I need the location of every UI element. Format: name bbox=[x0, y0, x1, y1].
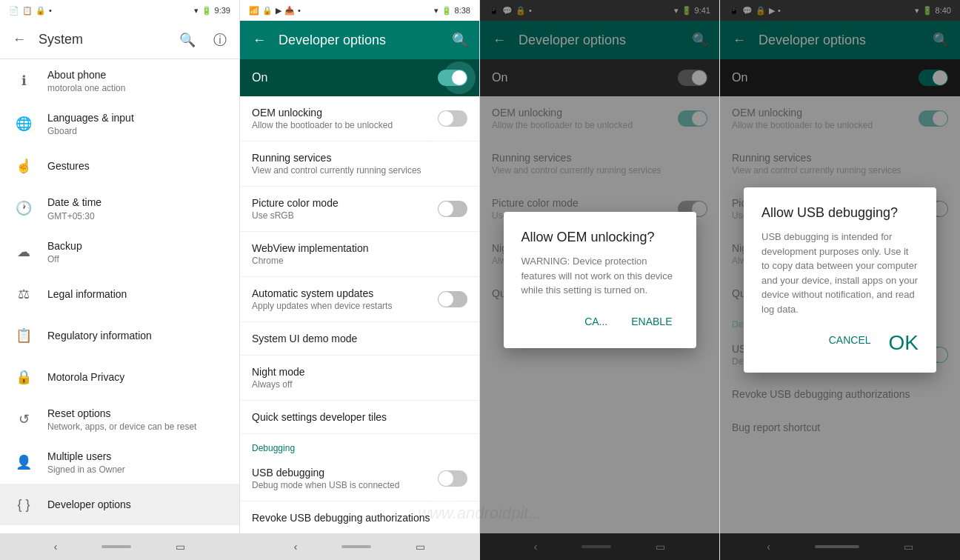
multiple-users-subtitle: Signed in as Owner bbox=[47, 464, 227, 475]
usb-debug-toggle[interactable] bbox=[438, 470, 467, 487]
usb-dialog: Allow USB debugging? USB debugging is in… bbox=[744, 187, 936, 373]
about-phone-content: About phone motorola one action bbox=[47, 68, 227, 93]
auto-updates-subtitle: Apply updates when device restarts bbox=[252, 301, 392, 311]
time-display: 9:39 bbox=[215, 6, 230, 15]
usb-debug-title: USB debugging bbox=[252, 467, 399, 479]
developer-options-panel: 📶 🔒 ▶ 📥 • ▾ 🔋 8:38 ← Developer options 🔍… bbox=[240, 0, 480, 560]
developer-title: Developer options bbox=[47, 498, 227, 511]
usb-debug-content: USB debugging Debug mode when USB is con… bbox=[252, 467, 399, 490]
reset-icon: ↺ bbox=[12, 407, 36, 431]
help-button[interactable]: ⓘ bbox=[207, 27, 233, 53]
status-bar-panel1: 📄 📋 🔒 • ▾ 🔋 9:39 bbox=[0, 0, 239, 21]
back-nav-button[interactable]: ‹ bbox=[54, 541, 58, 553]
running-services-item[interactable]: Running services View and control curren… bbox=[240, 141, 479, 187]
back-button[interactable]: ← bbox=[6, 27, 33, 53]
night-mode-item[interactable]: Night mode Always off bbox=[240, 356, 479, 401]
search-button-p2[interactable]: 🔍 bbox=[447, 27, 473, 53]
gestures-content: Gestures bbox=[47, 159, 227, 173]
oem-dialog-title: Allow OEM unlocking? bbox=[521, 230, 679, 245]
file-icon: 📄 bbox=[9, 6, 19, 16]
usb-dialog-body: USB debugging is intended for developmen… bbox=[761, 230, 919, 316]
picture-color-item[interactable]: Picture color mode Use sRGB bbox=[240, 187, 479, 232]
regulatory-item[interactable]: 📋 Regulatory information bbox=[0, 315, 239, 356]
multiple-users-item[interactable]: 👤 Multiple users Signed in as Owner bbox=[0, 441, 239, 484]
home-nav-p2[interactable] bbox=[341, 545, 371, 548]
gestures-title: Gestures bbox=[47, 159, 227, 173]
about-phone-icon: ℹ bbox=[12, 69, 36, 93]
reset-content: Reset options Network, apps, or device c… bbox=[47, 407, 227, 432]
developer-content: Developer options bbox=[47, 498, 227, 511]
status-icons-right: ▾ 🔋 9:39 bbox=[194, 6, 230, 16]
running-services-subtitle: View and control currently running servi… bbox=[252, 165, 467, 176]
about-phone-item[interactable]: ℹ About phone motorola one action bbox=[0, 59, 239, 102]
home-nav-indicator[interactable] bbox=[101, 545, 131, 548]
quick-settings-item[interactable]: Quick settings developer tiles bbox=[240, 401, 479, 434]
system-title: System bbox=[39, 32, 168, 47]
backup-content: Backup Off bbox=[47, 239, 227, 264]
oem-unlocking-toggle[interactable] bbox=[438, 110, 467, 127]
about-phone-subtitle: motorola one action bbox=[47, 83, 227, 93]
revoke-usb-item[interactable]: Revoke USB debugging authorizations bbox=[240, 501, 479, 533]
backup-item[interactable]: ☁ Backup Off bbox=[0, 230, 239, 273]
motorola-privacy-icon: 🔒 bbox=[12, 365, 36, 389]
date-time-item[interactable]: 🕐 Date & time GMT+05:30 bbox=[0, 187, 239, 230]
reset-item[interactable]: ↺ Reset options Network, apps, or device… bbox=[0, 398, 239, 441]
status-bar-panel2: 📶 🔒 ▶ 📥 • ▾ 🔋 8:38 bbox=[240, 0, 479, 21]
usb-ok-button[interactable]: OK bbox=[889, 331, 919, 355]
webview-item[interactable]: WebView implementation Chrome bbox=[240, 232, 479, 277]
developer-main-toggle[interactable] bbox=[438, 70, 467, 86]
dot2: • bbox=[298, 6, 301, 15]
system-toolbar: ← System 🔍 ⓘ bbox=[0, 21, 239, 59]
wifi-icon: ▾ bbox=[194, 6, 199, 16]
oem-cancel-button[interactable]: Ca... bbox=[579, 313, 613, 330]
about-phone-title: About phone bbox=[47, 68, 227, 81]
battery2-icon: 🔋 bbox=[441, 6, 452, 16]
night-mode-subtitle: Always off bbox=[252, 379, 467, 390]
status-icons-left-p2: 📶 🔒 ▶ 📥 • bbox=[249, 6, 301, 16]
recents-nav-button[interactable]: ▭ bbox=[176, 541, 185, 553]
languages-item[interactable]: 🌐 Languages & input Gboard bbox=[0, 102, 239, 145]
nav-bar-panel1: ‹ ▭ bbox=[0, 533, 239, 560]
multiple-users-content: Multiple users Signed in as Owner bbox=[47, 450, 227, 475]
usb-debug-subtitle: Debug mode when USB is connected bbox=[252, 480, 399, 490]
system-updates-item[interactable]: 📱 System updates Updated to Android 9 bbox=[0, 525, 239, 533]
search-button[interactable]: 🔍 bbox=[174, 27, 201, 53]
developer-item[interactable]: { } Developer options bbox=[0, 484, 239, 525]
icon2: 🔒 bbox=[262, 6, 273, 16]
usb-cancel-button[interactable]: Cancel bbox=[823, 331, 877, 355]
date-time-title: Date & time bbox=[47, 196, 227, 209]
picture-color-thumb bbox=[439, 201, 453, 216]
date-time-subtitle: GMT+05:30 bbox=[47, 211, 227, 221]
motorola-privacy-content: Motorola Privacy bbox=[47, 370, 227, 384]
oem-unlocking-item[interactable]: OEM unlocking Allow the bootloader to be… bbox=[240, 96, 479, 141]
on-row[interactable]: On bbox=[240, 59, 479, 96]
oem-dialog-actions: Ca... Enable bbox=[521, 313, 679, 330]
icon3: ▶ bbox=[276, 6, 281, 16]
developer-title-toolbar: Developer options bbox=[279, 33, 441, 48]
oem-enable-button[interactable]: Enable bbox=[625, 313, 678, 330]
developer-icon: { } bbox=[12, 493, 36, 516]
back-button-p2[interactable]: ← bbox=[246, 27, 273, 53]
motorola-privacy-title: Motorola Privacy bbox=[47, 370, 227, 384]
auto-updates-item[interactable]: Automatic system updates Apply updates w… bbox=[240, 277, 479, 322]
oem-dialog-overlay: Allow OEM unlocking? WARNING: Device pro… bbox=[480, 0, 719, 560]
motorola-privacy-item[interactable]: 🔒 Motorola Privacy bbox=[0, 356, 239, 398]
nav-bar-panel2: ‹ ▭ bbox=[240, 533, 479, 560]
usb-debug-item[interactable]: USB debugging Debug mode when USB is con… bbox=[240, 456, 479, 501]
gestures-item[interactable]: ☝ Gestures bbox=[0, 145, 239, 187]
legal-icon: ⚖ bbox=[12, 282, 36, 306]
legal-title: Legal information bbox=[47, 287, 227, 301]
regulatory-icon: 📋 bbox=[12, 324, 36, 347]
recents-nav-p2[interactable]: ▭ bbox=[416, 541, 425, 553]
back-nav-p2[interactable]: ‹ bbox=[294, 541, 298, 553]
ui-demo-item[interactable]: System UI demo mode bbox=[240, 322, 479, 356]
regulatory-content: Regulatory information bbox=[47, 329, 227, 342]
oem-dialog-body: WARNING: Device protection features will… bbox=[521, 254, 679, 298]
regulatory-title: Regulatory information bbox=[47, 329, 227, 342]
auto-updates-toggle[interactable] bbox=[438, 291, 467, 307]
legal-item[interactable]: ⚖ Legal information bbox=[0, 273, 239, 315]
webview-title: WebView implementation bbox=[252, 242, 467, 254]
running-services-title: Running services bbox=[252, 152, 467, 164]
picture-color-toggle[interactable] bbox=[438, 201, 467, 217]
picture-color-title: Picture color mode bbox=[252, 197, 339, 209]
